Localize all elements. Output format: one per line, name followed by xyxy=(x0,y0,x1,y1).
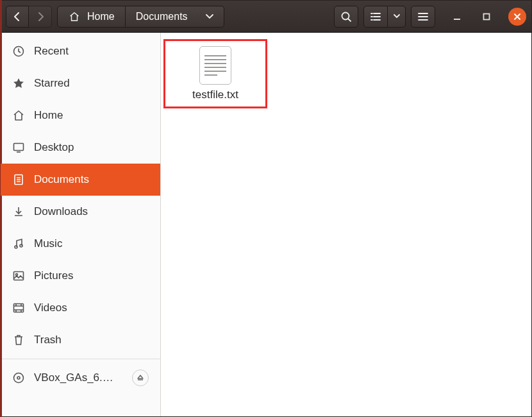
path-segment-home[interactable]: Home xyxy=(57,6,126,28)
trash-icon xyxy=(12,334,25,346)
forward-button[interactable] xyxy=(29,6,52,28)
body: Recent Starred Home Desktop xyxy=(1,33,531,416)
sidebar-mount-label: VBox_GAs_6.… xyxy=(34,371,123,384)
back-button[interactable] xyxy=(6,6,29,28)
sidebar-item-label: Downloads xyxy=(34,205,149,218)
videos-icon xyxy=(12,302,25,314)
svg-rect-7 xyxy=(14,272,24,280)
chevron-down-icon xyxy=(394,14,400,19)
sidebar-item-downloads[interactable]: Downloads xyxy=(1,196,160,228)
clock-icon xyxy=(12,45,25,58)
path-bar: Home Documents xyxy=(57,6,224,28)
disc-icon xyxy=(12,371,25,384)
home-icon xyxy=(12,109,25,122)
list-icon xyxy=(370,12,381,21)
sidebar-item-label: Starred xyxy=(34,77,149,90)
sidebar: Recent Starred Home Desktop xyxy=(1,33,161,416)
file-manager-window: Home Documents xyxy=(0,0,532,417)
svg-rect-3 xyxy=(14,144,24,151)
sidebar-item-recent[interactable]: Recent xyxy=(1,35,160,67)
chevron-down-icon xyxy=(206,14,213,19)
sidebar-item-desktop[interactable]: Desktop xyxy=(1,132,160,164)
maximize-icon xyxy=(483,13,490,21)
view-buttons xyxy=(363,6,406,28)
sidebar-item-label: Desktop xyxy=(34,141,149,154)
eject-icon xyxy=(137,374,144,382)
sidebar-mount-vbox[interactable]: VBox_GAs_6.… xyxy=(1,362,160,394)
sidebar-item-label: Pictures xyxy=(34,269,149,282)
sidebar-item-label: Trash xyxy=(34,334,149,346)
documents-icon xyxy=(12,173,25,186)
sidebar-item-label: Videos xyxy=(34,302,149,314)
hamburger-menu-button[interactable] xyxy=(411,6,435,28)
search-icon xyxy=(340,11,352,22)
eject-button[interactable] xyxy=(132,370,149,386)
maximize-button[interactable] xyxy=(479,6,494,28)
desktop-icon xyxy=(12,141,25,154)
search-button[interactable] xyxy=(334,6,358,28)
sidebar-item-starred[interactable]: Starred xyxy=(1,67,160,99)
sidebar-item-label: Recent xyxy=(34,45,149,58)
sidebar-item-documents[interactable]: Documents xyxy=(1,164,160,196)
sidebar-item-label: Home xyxy=(34,109,149,122)
pictures-icon xyxy=(12,269,25,282)
svg-point-5 xyxy=(15,246,17,248)
file-label: testfile.txt xyxy=(192,89,238,101)
header-bar: Home Documents xyxy=(1,1,531,33)
star-icon xyxy=(12,77,25,90)
nav-buttons xyxy=(6,6,52,28)
music-icon xyxy=(12,237,25,250)
file-item-testfile[interactable]: testfile.txt xyxy=(163,39,267,108)
close-button[interactable] xyxy=(508,8,526,26)
home-icon xyxy=(68,10,81,23)
sidebar-divider xyxy=(1,359,160,359)
minimize-button[interactable] xyxy=(449,6,465,28)
view-list-button[interactable] xyxy=(363,6,388,28)
svg-rect-9 xyxy=(14,304,24,312)
sidebar-item-label: Documents xyxy=(34,173,149,186)
sidebar-item-label: Music xyxy=(34,237,149,250)
svg-rect-1 xyxy=(484,13,490,19)
svg-point-0 xyxy=(342,12,349,19)
text-file-icon xyxy=(199,46,231,85)
sidebar-item-trash[interactable]: Trash xyxy=(1,324,160,356)
hamburger-icon xyxy=(418,12,428,21)
sidebar-item-videos[interactable]: Videos xyxy=(1,292,160,324)
svg-point-11 xyxy=(17,377,20,379)
close-icon xyxy=(513,13,521,21)
sidebar-item-pictures[interactable]: Pictures xyxy=(1,260,160,292)
path-segment-current[interactable]: Documents xyxy=(126,6,224,28)
sidebar-item-music[interactable]: Music xyxy=(1,228,160,260)
path-segment-home-label: Home xyxy=(87,11,115,22)
minimize-icon xyxy=(453,12,461,21)
svg-point-10 xyxy=(14,373,24,383)
path-segment-current-label: Documents xyxy=(136,11,188,22)
downloads-icon xyxy=(12,205,25,218)
svg-point-6 xyxy=(20,244,22,247)
view-dropdown-button[interactable] xyxy=(388,6,406,28)
sidebar-item-home[interactable]: Home xyxy=(1,99,160,132)
file-grid[interactable]: testfile.txt xyxy=(161,33,531,416)
